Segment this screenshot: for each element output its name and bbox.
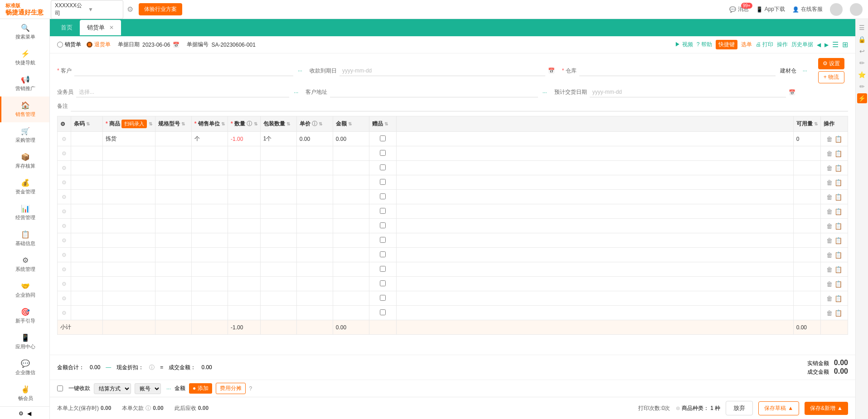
addr-dots[interactable]: ··· — [543, 89, 547, 96]
row-spec[interactable] — [155, 175, 191, 190]
row-amount[interactable] — [333, 219, 369, 233]
sidebar-item-quick-nav[interactable]: ⚡ 快捷导航 — [0, 45, 49, 71]
app-download-button[interactable]: 📱 App下载 — [756, 5, 785, 13]
row-pkgqty[interactable] — [260, 262, 296, 277]
sidebar-item-wechat[interactable]: 💬 企业微信 — [0, 355, 49, 380]
tab-home[interactable]: 首页 — [53, 20, 80, 35]
qty-sort[interactable]: ⇅ — [254, 121, 257, 126]
row-gift[interactable] — [369, 161, 396, 175]
delete-row-button[interactable]: 🗑 — [826, 222, 833, 230]
row-unit[interactable] — [191, 161, 228, 175]
print-action[interactable]: 🖨 打印 — [756, 41, 773, 48]
row-barcode[interactable] — [71, 277, 103, 291]
row-price[interactable] — [296, 204, 333, 219]
tab-sales-order[interactable]: 销货单 ✕ — [80, 20, 121, 35]
calc-method-select[interactable]: 结算方式 — [94, 383, 131, 394]
price-sort[interactable]: ⇅ — [319, 121, 322, 126]
one-click-checkbox[interactable] — [57, 385, 63, 391]
right-panel-icon-7[interactable]: ⚡ — [857, 93, 867, 103]
row-product[interactable] — [103, 204, 155, 219]
row-barcode[interactable] — [71, 248, 103, 262]
expense-button[interactable]: 费用分摊 — [216, 383, 246, 394]
grid-view-icon[interactable]: ⊞ — [842, 40, 848, 49]
row-barcode[interactable] — [71, 233, 103, 248]
row-spec[interactable] — [155, 132, 191, 146]
copy-row-button[interactable]: 📋 — [834, 179, 842, 186]
logistics-button[interactable]: + 物流 — [818, 71, 844, 83]
sidebar-item-newbie[interactable]: 🎯 新手引导 — [0, 303, 49, 329]
row-gift[interactable] — [369, 306, 396, 320]
sidebar-item-purchase[interactable]: 🛒 采购管理 — [0, 122, 49, 148]
row-gift[interactable] — [369, 277, 396, 291]
warehouse-input[interactable] — [579, 66, 776, 76]
row-price[interactable] — [296, 291, 333, 306]
row-price[interactable] — [296, 277, 333, 291]
row-spec[interactable] — [155, 190, 191, 204]
due-date-calendar-icon[interactable]: 📅 — [548, 67, 555, 74]
delete-row-button[interactable]: 🗑 — [826, 309, 833, 317]
pkgqty-sort[interactable]: ⇅ — [286, 121, 290, 126]
save-new-button[interactable]: 保存&新增 ▲ — [805, 402, 848, 415]
copy-row-button[interactable]: 📋 — [834, 164, 842, 172]
delivery-calendar-icon[interactable]: 📅 — [789, 89, 795, 96]
prev-icon[interactable]: ◀ — [817, 42, 821, 48]
video-action[interactable]: ▶ 视频 — [675, 41, 693, 48]
customer-addr-input[interactable] — [330, 87, 538, 97]
row-gift[interactable] — [369, 146, 396, 161]
right-panel-icon-4[interactable]: ✏ — [857, 58, 867, 68]
row-gift[interactable] — [369, 291, 396, 306]
row-price[interactable] — [296, 161, 333, 175]
row-barcode[interactable] — [71, 175, 103, 190]
row-product[interactable] — [103, 291, 155, 306]
row-product[interactable] — [103, 161, 155, 175]
row-pkgqty[interactable] — [260, 161, 296, 175]
barcode-sort[interactable]: ⇅ — [86, 121, 90, 126]
help-action[interactable]: ? 帮助 — [697, 41, 712, 48]
row-gift[interactable] — [369, 175, 396, 190]
row-spec[interactable] — [155, 262, 191, 277]
sidebar-item-enterprise[interactable]: 🤝 企业协同 — [0, 277, 49, 303]
row-amount[interactable] — [333, 204, 369, 219]
row-barcode[interactable] — [71, 204, 103, 219]
row-qty[interactable] — [228, 306, 261, 320]
row-pkgqty[interactable] — [260, 175, 296, 190]
copy-row-button[interactable]: 📋 — [834, 208, 842, 215]
row-amount[interactable] — [333, 190, 369, 204]
row-barcode[interactable] — [71, 161, 103, 175]
row-pkgqty[interactable] — [260, 233, 296, 248]
sidebar-item-appstore[interactable]: 📱 应用中心 — [0, 329, 49, 355]
row-unit[interactable] — [191, 219, 228, 233]
radio-return[interactable]: 退货单 — [87, 41, 111, 48]
select-action[interactable]: 选单 — [741, 41, 752, 48]
save-draft-button[interactable]: 保存草稿 ▲ — [758, 401, 799, 415]
row-spec[interactable] — [155, 306, 191, 320]
row-price[interactable] — [296, 233, 333, 248]
row-spec[interactable] — [155, 248, 191, 262]
sidebar-item-member[interactable]: ✌ 畅会员 — [0, 380, 49, 406]
right-panel-icon-6[interactable]: ✏ — [857, 82, 867, 92]
row-amount[interactable] — [333, 146, 369, 161]
row-unit[interactable] — [191, 146, 228, 161]
row-spec[interactable] — [155, 233, 191, 248]
sidebar-item-system[interactable]: ⚙ 系统管理 — [0, 251, 49, 277]
delete-row-button[interactable]: 🗑 — [826, 266, 833, 273]
sidebar-item-inventory[interactable]: 📦 库存核算 — [0, 148, 49, 174]
delete-row-button[interactable]: 🗑 — [826, 237, 833, 244]
row-qty[interactable] — [228, 219, 261, 233]
sidebar-item-finance[interactable]: 💰 资金管理 — [0, 174, 49, 200]
copy-row-button[interactable]: 📋 — [834, 237, 842, 244]
sidebar-item-marketing[interactable]: 📢 营销推广 — [0, 71, 49, 96]
row-product[interactable] — [103, 262, 155, 277]
product-sort[interactable]: ⇅ — [149, 121, 152, 126]
save-new-arrow[interactable]: ▲ — [837, 405, 843, 411]
operations-action[interactable]: 操作 — [777, 41, 788, 48]
row-amount[interactable] — [333, 161, 369, 175]
salesperson-dots[interactable]: ··· — [294, 89, 298, 96]
row-pkgqty[interactable] — [260, 146, 296, 161]
sidebar-item-sales[interactable]: 🏠 销售管理 — [0, 96, 49, 122]
row-product[interactable] — [103, 146, 155, 161]
online-service-button[interactable]: 👤 在线客服 — [792, 5, 823, 13]
sidebar-item-operations[interactable]: 📊 经营管理 — [0, 200, 49, 226]
row-amount[interactable] — [333, 291, 369, 306]
message-button[interactable]: 💬 消息 99+ — [729, 5, 749, 13]
